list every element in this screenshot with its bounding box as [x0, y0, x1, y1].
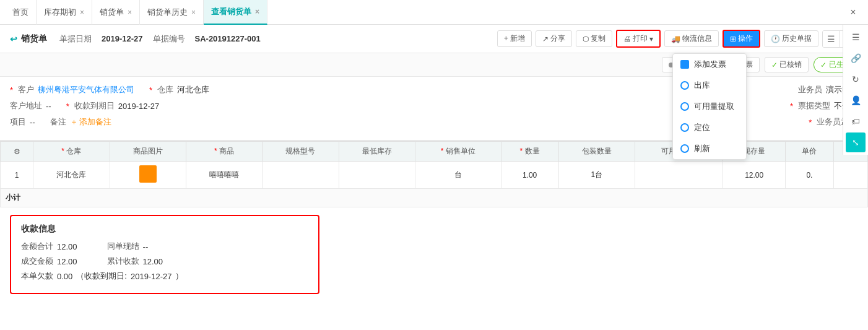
operations-button[interactable]: ⊞ 操作 [723, 30, 760, 48]
sidebar-user-icon[interactable]: 👤 [846, 90, 866, 110]
remark-field: 备注 ＋ 添加备注 [50, 116, 111, 128]
cell-no: 1 [1, 162, 33, 189]
share-button[interactable]: ↗ 分享 [536, 30, 572, 47]
checked-label: 已核销 [779, 59, 802, 70]
dropdown-available-qty[interactable]: 可用量提取 [673, 96, 746, 117]
same-order-item: 同单现结 -- [107, 241, 149, 252]
number-value: SA-20191227-001 [195, 34, 261, 43]
tab-home[interactable]: 首页 [5, 0, 37, 25]
transaction-label: 成交金额 [21, 256, 53, 267]
project-field: 项目 -- [10, 116, 35, 128]
date-label: 单据日期 [59, 33, 92, 45]
doc-type-label: 销货单 [21, 33, 47, 45]
copy-button[interactable]: ⬡ 复制 [576, 30, 612, 47]
doc-icon: ↩ [10, 34, 17, 44]
transaction-value: 12.00 [57, 257, 77, 266]
warehouse-value: 河北仓库 [177, 84, 209, 95]
tab-inventory-close[interactable]: × [80, 8, 84, 17]
payment-row-1: 金额合计 12.00 同单现结 -- [21, 241, 308, 252]
view-list-button[interactable]: ☰ [823, 31, 840, 47]
print-label: 打印 [633, 33, 648, 44]
add-invoice-icon [680, 60, 689, 69]
tab-home-label: 首页 [12, 7, 28, 18]
arrears-value: 0.00 [57, 272, 72, 281]
share-label: 分享 [550, 33, 565, 44]
cell-price: 0. [786, 162, 834, 189]
ticket-label: 票据类型 [798, 100, 830, 111]
cell-qty: 1.00 [501, 162, 558, 189]
same-order-label: 同单现结 [107, 241, 139, 252]
payment-title: 收款信息 [21, 224, 308, 235]
customer-label: 客户 [18, 84, 34, 95]
sidebar-link-icon[interactable]: 🔗 [846, 48, 866, 68]
copy-label: 复制 [591, 33, 605, 44]
available-qty-icon [680, 102, 689, 111]
col-pkg-qty: 包装数量 [558, 142, 635, 162]
tab-sales-history[interactable]: 销货单历史 × [140, 0, 204, 25]
cumulative-label: 累计收款 [107, 256, 139, 267]
window-close-button[interactable]: × [843, 2, 863, 22]
customer-value[interactable]: 柳州粤港平安气体有限公司 [38, 84, 134, 95]
col-price: 单价 [786, 142, 834, 162]
dropdown-outbound[interactable]: 出库 [673, 75, 746, 96]
warehouse-label: 仓库 [157, 84, 173, 95]
dropdown-add-invoice[interactable]: 添加发票 [673, 54, 746, 75]
tab-sales-close[interactable]: × [128, 8, 132, 17]
sidebar-sync-icon[interactable]: ↻ [846, 69, 866, 89]
locate-icon [680, 123, 689, 132]
same-order-value: -- [143, 242, 149, 251]
outbound-label: 出库 [694, 80, 710, 91]
due-note: （收款到期日: [76, 271, 127, 282]
refresh-label: 刷新 [694, 143, 710, 154]
cumulative-item: 累计收款 12.00 [107, 256, 163, 267]
sidebar-tag-icon[interactable]: 🏷 [846, 111, 866, 131]
due-note-end: ） [175, 271, 183, 282]
tab-bar: 首页 库存期初 × 销货单 × 销货单历史 × 查看销货单 × × [0, 0, 868, 25]
due-date-label: 收款到期日 [74, 100, 115, 111]
cell-spec [263, 162, 339, 189]
tab-view-sales[interactable]: 查看销货单 × [204, 0, 267, 25]
refresh-icon [680, 144, 689, 153]
customer-field: * 客户 柳州粤港平安气体有限公司 [10, 84, 134, 95]
address-value: -- [46, 102, 51, 111]
tab-history-close[interactable]: × [191, 8, 196, 17]
tab-view-close[interactable]: × [255, 7, 259, 16]
payment-row-2: 成交金额 12.00 累计收款 12.00 [21, 256, 308, 267]
history-label: 历史单据 [782, 33, 812, 44]
cell-unit: 台 [415, 162, 501, 189]
print-icon: 🖨 [623, 35, 631, 43]
payment-row-3: 本单欠款 0.00 （收款到期日: 2019-12-27 ） [21, 271, 308, 282]
cell-amount [833, 162, 867, 189]
checked-button[interactable]: ✓ 已核销 [765, 57, 809, 72]
cell-warehouse: 河北仓库 [33, 162, 110, 189]
tab-sales-order[interactable]: 销货单 × [92, 0, 140, 25]
history-button[interactable]: 🕐 历史单据 [764, 30, 818, 47]
col-min-stock: 最低库存 [339, 142, 415, 162]
sidebar-expand-icon[interactable]: ⤡ [846, 132, 866, 152]
tab-inventory-init[interactable]: 库存期初 × [37, 0, 92, 25]
cumulative-value: 12.00 [143, 257, 163, 266]
tab-inventory-label: 库存期初 [44, 7, 76, 18]
subtotal-label: 小计 [1, 189, 868, 207]
main-content: ↩ 销货单 单据日期 2019-12-27 单据编号 SA-20191227-0… [0, 25, 868, 330]
print-button[interactable]: 🖨 打印 ▾ [616, 30, 661, 48]
add-remark-button[interactable]: ＋ 添加备注 [70, 116, 111, 128]
cell-current-qty: 12.00 [723, 162, 786, 189]
total-amount-item: 金额合计 12.00 [21, 241, 77, 252]
col-gear: ⚙ [1, 142, 33, 162]
due-date-required: * [66, 102, 69, 111]
add-button[interactable]: + 新增 [497, 30, 532, 47]
logistics-button[interactable]: 🚚 物流信息 [664, 30, 719, 47]
payment-info-box: 收款信息 金额合计 12.00 同单现结 -- 成交金额 12.00 累计收款 … [10, 215, 319, 294]
dropdown-locate[interactable]: 定位 [673, 117, 746, 138]
due-date-value: 2019-12-27 [118, 102, 160, 111]
sidebar-detail-icon[interactable]: ☰ [846, 27, 866, 47]
locate-label: 定位 [694, 122, 710, 133]
add-remark-icon: ＋ [70, 116, 78, 128]
due-date-field: * 收款到期日 2019-12-27 [66, 100, 160, 111]
col-unit: * 销售单位 [415, 142, 501, 162]
dropdown-refresh[interactable]: 刷新 [673, 138, 746, 159]
cell-min-stock [339, 162, 415, 189]
arrears-item: 本单欠款 0.00 （收款到期日: 2019-12-27 ） [21, 271, 183, 282]
col-product: * 商品 [186, 142, 262, 162]
